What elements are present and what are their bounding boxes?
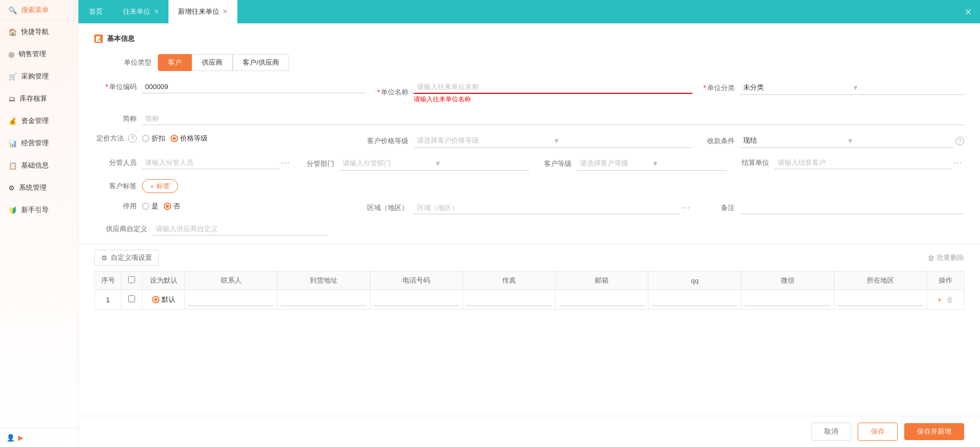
form-footer: 取消 保存 保存并新增 [78,416,980,447]
window-close-button[interactable]: ✕ [956,0,980,23]
supplier-custom-label: 供应商自定义 [94,224,153,234]
disable-yes-radio[interactable]: 是 [142,201,158,211]
customer-level-select[interactable]: 请选择客户等级 ▼ [577,156,727,171]
settlement-unit-more-button[interactable]: ··· [951,158,964,168]
unit-name-input[interactable] [414,81,692,94]
select-all-checkbox[interactable] [128,276,135,283]
row-add-button[interactable]: + [937,295,941,304]
search-menu-item[interactable]: 🔍 搜索菜单 [0,0,78,21]
pricing-level-circle [171,135,178,142]
sidebar-item-base-info[interactable]: 📋 基础信息 [0,154,78,177]
sidebar-item-quick-nav[interactable]: 🏠 快捷导航 [0,21,78,43]
batch-delete-icon: 🗑 [928,254,934,262]
pricing-level-radio[interactable]: 价格等级 [171,134,208,143]
cell-address[interactable] [278,290,370,310]
cell-wechat[interactable] [741,290,834,310]
sidebar-item-label: 基础信息 [21,161,49,170]
region-table-input[interactable] [838,293,923,306]
tab-partner-list-close[interactable]: ✕ [154,8,159,15]
manager-label: 分管人员 [94,158,142,168]
field-customer-level: 客户等级 请选择客户等级 ▼ [529,156,727,171]
sidebar-item-sales[interactable]: ◎ 销售管理 [0,43,78,65]
payment-terms-value: 现结 [743,136,847,145]
email-input[interactable] [559,293,645,306]
unit-name-error: 请输入往来单位名称 [414,95,692,104]
row-pricing: 定价方法 ? 折扣 价格等级 客户价格等级 请选择客户价 [94,134,964,148]
cell-checkbox[interactable] [121,290,142,310]
pricing-radio-group: 折扣 价格等级 [142,134,208,143]
table-header-row: 序号 设为默认 联系人 到货地址 电话号码 传真 邮箱 qq 微信 所在地区 操… [95,271,964,290]
field-customer-price-level: 客户价格等级 请选择客户价格等级 ▼ [366,134,692,148]
sidebar-item-operations[interactable]: 📊 经营管理 [0,132,78,154]
sidebar-item-guide[interactable]: 🔰 新手引导 [0,199,78,221]
row-code-name-category: 单位编码 单位名称 请输入往来单位名称 单位分类 未分类 ▼ [94,81,964,104]
region-more-button[interactable]: ··· [680,203,692,213]
unit-type-both-button[interactable]: 客户/供应商 [233,54,289,71]
unit-type-supplier-button[interactable]: 供应商 [192,54,233,71]
cancel-button[interactable]: 取消 [811,423,851,441]
manager-more-button[interactable]: ··· [279,158,292,168]
sidebar-item-label: 资金管理 [21,116,49,126]
save-and-new-button[interactable]: 保存并新增 [904,423,964,440]
phone-input[interactable] [373,293,459,306]
sidebar-item-label: 经营管理 [21,138,49,148]
unit-type-customer-button[interactable]: 客户 [158,54,192,71]
unit-code-input[interactable] [142,81,366,93]
payment-terms-help-icon[interactable]: ? [956,137,964,145]
disable-no-radio[interactable]: 否 [164,201,180,211]
sidebar-item-purchase[interactable]: 🛒 采购管理 [0,65,78,87]
field-pricing: 定价方法 ? 折扣 价格等级 [94,134,366,143]
add-tag-button[interactable]: + 标签 [142,179,178,193]
row-default-radio[interactable]: 默认 [146,295,181,304]
supplier-custom-input[interactable] [153,223,327,235]
contact-input[interactable] [188,293,274,306]
add-tag-icon: + [150,182,154,190]
payment-terms-select[interactable]: 现结 ▼ [740,134,954,148]
save-button[interactable]: 保存 [858,423,898,441]
col-wechat: 微信 [741,271,834,290]
tab-partner-list[interactable]: 往来单位 ✕ [113,0,168,23]
cell-qq[interactable] [648,290,741,310]
department-select[interactable]: 请输入分管部门 ▼ [340,156,529,171]
pricing-discount-radio[interactable]: 折扣 [142,134,165,143]
cell-phone[interactable] [370,290,463,310]
cell-email[interactable] [556,290,648,310]
region-input[interactable] [414,201,679,214]
abbr-input[interactable] [142,112,964,125]
customer-price-level-select[interactable]: 请选择客户价格等级 ▼ [414,134,692,148]
manager-input[interactable] [142,156,279,169]
row-default-circle [152,296,159,303]
customer-level-placeholder: 请选择客户等级 [580,159,652,168]
settlement-unit-input[interactable] [774,156,951,169]
batch-delete-button[interactable]: 🗑 批量删除 [928,253,964,262]
field-remark: 备注 [692,201,964,214]
tab-partner-new-close[interactable]: ✕ [222,8,228,15]
row-delete-button[interactable]: 🗑 [946,295,954,304]
col-fax: 传真 [463,271,556,290]
row-supplier-custom: 供应商自定义 [94,223,964,235]
custom-settings-label: 自定义项设置 [111,253,152,262]
cell-region[interactable] [834,290,926,310]
remark-input[interactable] [740,201,964,214]
sidebar-item-finance[interactable]: 💰 资金管理 [0,110,78,132]
sidebar-item-inventory[interactable]: 🗂 库存核算 [0,87,78,110]
cell-contact[interactable] [185,290,278,310]
row-checkbox[interactable] [128,295,135,302]
operations-icon: 📊 [8,139,17,147]
sidebar-item-system[interactable]: ⚙ 系统管理 [0,177,78,199]
unit-name-label: 单位名称 [366,87,414,97]
wechat-input[interactable] [745,293,831,306]
cell-fax[interactable] [463,290,556,310]
unit-category-select[interactable]: 未分类 ▼ [740,81,964,95]
tab-partner-new[interactable]: 新增往来单位 ✕ [168,0,237,23]
row-customer-tag: 客户标签 + 标签 [94,179,964,193]
qq-input[interactable] [652,293,737,306]
fax-input[interactable] [466,293,552,306]
sidebar-item-label: 采购管理 [21,72,49,81]
pricing-help-icon[interactable]: ? [128,134,137,143]
sidebar-bottom: 👤 ▶ [0,428,78,447]
tab-home[interactable]: 首页 [78,0,113,23]
address-input[interactable] [281,293,367,306]
custom-settings-button[interactable]: ⚙ 自定义项设置 [94,250,159,266]
main-content: 首页 往来单位 ✕ 新增往来单位 ✕ ✕ 📝 基本信息 单位类型 客户 供应商 … [78,0,980,447]
